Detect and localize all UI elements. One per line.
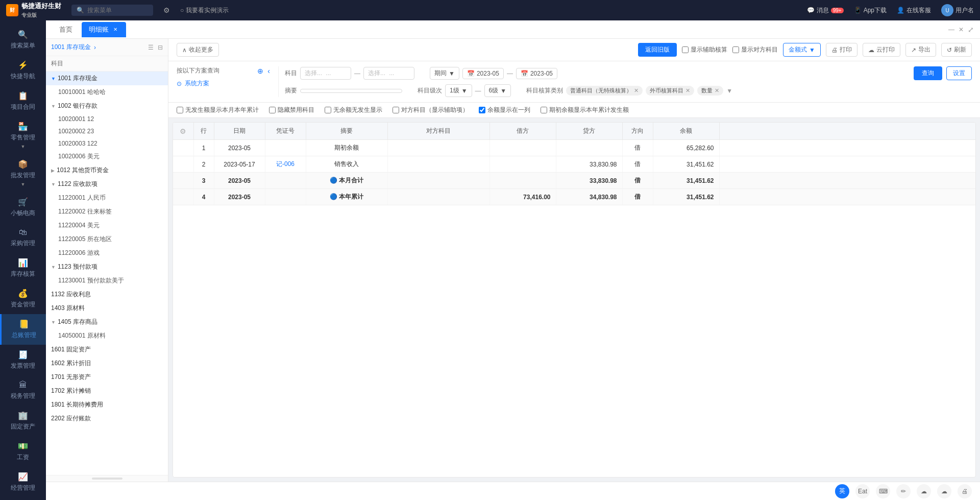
sidebar-item-quick-nav[interactable]: ⚡ 快捷导航 [0, 55, 46, 86]
sidebar-item-ledger[interactable]: 📒 总账管理 [0, 314, 46, 345]
summary-input[interactable] [300, 89, 402, 93]
sidebar-item-ecommerce[interactable]: 🛒 小畅电商 [0, 192, 46, 223]
tree-list-icon[interactable]: ☰ [148, 44, 154, 51]
period-end-date[interactable]: 📅 2023-05 [516, 68, 557, 79]
sidebar-item-purchase[interactable]: 🛍 采购管理 [0, 223, 46, 253]
window-close-btn[interactable]: ✕ [959, 26, 964, 33]
tree-node-2202[interactable]: 2202 应付账款 [46, 412, 168, 425]
tree-collapse-icon[interactable]: ⊟ [158, 44, 163, 51]
sidebar-item-operations[interactable]: 📈 经营管理 [0, 467, 46, 497]
tag-close-icon[interactable]: ✕ [634, 87, 639, 94]
opt-no-balance2-input[interactable] [325, 107, 331, 113]
tab-detail[interactable]: 明细账 ✕ [82, 22, 126, 37]
opt-no-balance-input[interactable] [177, 107, 183, 113]
tree-node-10020006[interactable]: 10020006 美元 [46, 150, 168, 163]
demo-link[interactable]: ○ 我要看实例演示 [180, 6, 229, 15]
tab-home[interactable]: 首页 [52, 22, 80, 37]
opt-balance-col[interactable]: 余额显示在一列 [479, 106, 530, 114]
menu-search-box[interactable]: 🔍 [71, 5, 153, 16]
sidebar-item-retail[interactable]: 🏪 零售管理 ▼ [0, 116, 46, 154]
cloud2-btn[interactable]: ☁ [937, 484, 951, 498]
window-minimize-btn[interactable]: — [948, 26, 954, 33]
sidebar-item-invoice[interactable]: 🧾 发票管理 [0, 345, 46, 375]
settings-btn[interactable]: 设置 [946, 66, 972, 80]
tree-node-1602[interactable]: 1602 累计折旧 [46, 356, 168, 370]
tree-scrollbar[interactable] [92, 478, 122, 480]
opt-hide-disabled[interactable]: 隐藏禁用科目 [269, 106, 314, 114]
edit-btn[interactable]: ✏ [896, 484, 911, 498]
opt-period-open-input[interactable] [541, 107, 547, 113]
sidebar-item-search[interactable]: 🔍 搜索菜单 [0, 25, 46, 55]
tree-node-1132[interactable]: 1132 应收利息 [46, 288, 168, 301]
online-service-btn[interactable]: 👤 在线客服 [897, 6, 931, 15]
tree-node-10010001[interactable]: 10010001 哈哈哈 [46, 85, 168, 99]
lang-switch-btn[interactable]: 英 [835, 484, 849, 498]
tag-normal-subject[interactable]: 普通科目（无特殊核算） ✕ [566, 86, 643, 96]
show-aux-input[interactable] [682, 46, 689, 53]
tree-node-10020001[interactable]: 10020001 12 [46, 113, 168, 125]
tree-node-1801[interactable]: 1801 长期待摊费用 [46, 398, 168, 412]
scheme-collapse-icon[interactable]: ‹ [267, 67, 270, 75]
lang-cn-btn[interactable]: Eat [855, 484, 870, 498]
opt-no-balance[interactable]: 无发生额显示本月本年累计 [177, 106, 259, 114]
menu-search-input[interactable] [87, 7, 149, 14]
keyboard-icon-btn[interactable]: ⌨ [876, 484, 890, 498]
search-btn[interactable]: 查询 [914, 66, 942, 80]
tree-node-1601[interactable]: 1601 固定资产 [46, 343, 168, 356]
window-expand-btn[interactable]: ⤢ [968, 26, 974, 34]
tree-node-14050001[interactable]: 14050001 原材料 [46, 329, 168, 343]
tree-node-11220004[interactable]: 11220004 美元 [46, 219, 168, 232]
cloud-btn[interactable]: ☁ [917, 484, 931, 498]
th-settings[interactable]: ⚙ [173, 123, 193, 140]
sidebar-item-salary[interactable]: 💵 工资 [0, 436, 46, 467]
opt-balance-col-input[interactable] [479, 107, 485, 113]
sidebar-item-fixed-asset[interactable]: 🏢 固定资产 [0, 406, 46, 436]
tree-node-11220006[interactable]: 11220006 游戏 [46, 246, 168, 260]
period-start-date[interactable]: 📅 2023-05 [462, 68, 504, 79]
tag-close-icon[interactable]: ✕ [715, 87, 719, 94]
quantity-chevron-icon[interactable]: ▼ [726, 87, 732, 94]
td-voucher[interactable]: 记-006 [265, 156, 306, 173]
show-opposite-input[interactable] [732, 46, 739, 53]
opt-no-balance2[interactable]: 无余额无发生显示 [325, 106, 382, 114]
tree-node-1405[interactable]: ▼ 1405 库存商品 [46, 315, 168, 329]
return-old-btn[interactable]: 返回旧版 [638, 43, 677, 57]
subject-input-end[interactable]: 选择... ... [363, 67, 414, 80]
tree-node-1002[interactable]: ▼ 1002 银行存款 [46, 99, 168, 113]
export-btn[interactable]: ↗ 导出 [905, 43, 936, 57]
tree-node-11220005[interactable]: 11220005 所在地区 [46, 232, 168, 246]
tree-list[interactable]: ▼ 1001 库存现金 10010001 哈哈哈 ▼ 1002 银行存款 100… [46, 72, 168, 475]
tab-close-icon[interactable]: ✕ [112, 26, 119, 33]
tree-node-10020003[interactable]: 10020003 122 [46, 137, 168, 150]
level-end-select[interactable]: 6级 ▼ [484, 84, 511, 97]
level-start-select[interactable]: 1级 ▼ [445, 84, 472, 97]
tree-node-11220002[interactable]: 11220002 往来标签 [46, 205, 168, 219]
opt-opposite-input[interactable] [393, 107, 399, 113]
table-container[interactable]: ⚙ 行 日期 凭证号 摘要 对方科目 借方 贷方 方向 余额 [173, 122, 976, 478]
tree-node-1403[interactable]: 1403 原材料 [46, 301, 168, 315]
opt-period-open[interactable]: 期初余额显示本年累计发生额 [541, 106, 629, 114]
selected-account[interactable]: 1001 库存现金 › [51, 43, 96, 52]
tag-close-icon[interactable]: ✕ [685, 87, 690, 94]
refresh-btn[interactable]: ↺ 刷新 [941, 43, 972, 57]
sidebar-item-wholesale[interactable]: 📦 批发管理 ▼ [0, 154, 46, 192]
tree-node-10020002[interactable]: 10020002 23 [46, 125, 168, 137]
show-opposite-checkbox[interactable]: 显示对方科目 [732, 45, 778, 54]
sidebar-item-tax[interactable]: 🏛 税务管理 [0, 375, 46, 406]
show-aux-checkbox[interactable]: 显示辅助核算 [682, 45, 727, 54]
tree-node-1001[interactable]: ▼ 1001 库存现金 [46, 72, 168, 85]
tree-node-1123[interactable]: ▼ 1123 预付款项 [46, 260, 168, 274]
voucher-link[interactable]: 记-006 [276, 160, 295, 168]
gear-icon-btn[interactable]: ⚙ [161, 4, 172, 16]
tree-node-1122[interactable]: ▼ 1122 应收款项 [46, 177, 168, 191]
tag-foreign-currency[interactable]: 外币核算科目 ✕ [646, 86, 694, 96]
collapse-more-btn[interactable]: ∧ 收起更多 [177, 43, 219, 57]
scheme-settings-icon[interactable]: ⊕ [257, 67, 263, 75]
period-type-select[interactable]: 期间 ▼ [430, 67, 459, 80]
tree-node-11230001[interactable]: 11230001 预付款款美于 [46, 274, 168, 288]
opt-hide-disabled-input[interactable] [269, 107, 276, 113]
tag-quantity[interactable]: 数量 ✕ [697, 86, 723, 96]
filter-scheme-item[interactable]: ⊙ 系统方案 [177, 79, 272, 88]
amount-style-btn[interactable]: 金额式 ▼ [783, 43, 821, 57]
app-download-btn[interactable]: 📱 App下载 [854, 6, 887, 15]
